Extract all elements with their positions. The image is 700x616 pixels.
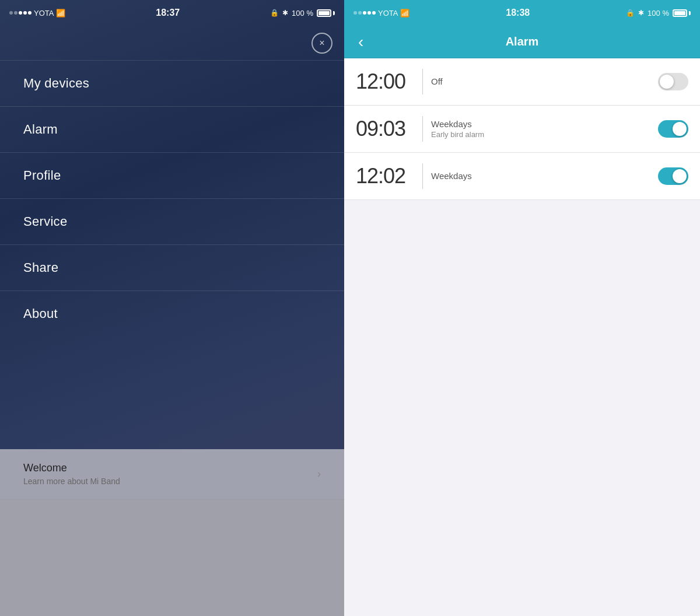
sidebar-item-my-devices[interactable]: My devices [0, 61, 344, 107]
signal-dot-r5 [372, 11, 376, 15]
status-right-left: 🔒 ✱ 100 % [270, 9, 335, 18]
signal-dots-left [9, 11, 32, 15]
left-bottom-section: Welcome Learn more about Mi Band › [0, 449, 344, 616]
back-button[interactable]: ‹ [354, 32, 368, 52]
carrier-name-right: YOTA [378, 9, 398, 18]
alarm-time-2: 09:03 [356, 117, 414, 141]
lock-icon-right: 🔒 [626, 9, 635, 17]
sidebar-item-about[interactable]: About [0, 291, 344, 337]
alarm-separator-3 [422, 163, 423, 189]
sidebar-item-alarm[interactable]: Alarm [0, 107, 344, 153]
wifi-icon-right: 📶 [400, 9, 410, 18]
carrier-signal-left: YOTA 📶 [9, 9, 65, 18]
welcome-item[interactable]: Welcome Learn more about Mi Band › [0, 449, 344, 499]
battery-tip-left [333, 11, 335, 15]
signal-dot-2 [14, 11, 18, 15]
battery-text-right: 100 % [648, 9, 669, 18]
signal-dot-r4 [368, 11, 371, 15]
battery-left [317, 9, 335, 17]
welcome-subtitle: Learn more about Mi Band [23, 477, 120, 486]
battery-tip-right [689, 11, 691, 15]
battery-right [673, 9, 691, 17]
signal-dot-3 [19, 11, 22, 15]
signal-dot-r1 [354, 11, 357, 15]
alarm-item-1[interactable]: 12:00 Off [344, 58, 700, 106]
alarm-time-3: 12:02 [356, 164, 414, 188]
right-panel: YOTA 📶 18:38 🔒 ✱ 100 % ‹ Alarm 12:00 [344, 0, 700, 616]
alarm-separator-2 [422, 116, 423, 142]
sidebar-item-profile[interactable]: Profile [0, 153, 344, 199]
carrier-name-left: YOTA [34, 9, 54, 18]
signal-dot-1 [9, 11, 13, 15]
toggle-knob-2 [673, 122, 687, 136]
alarm-separator-1 [422, 69, 423, 94]
left-panel: YOTA 📶 18:37 🔒 ✱ 100 % × My devices Alar [0, 0, 344, 616]
close-icon: × [319, 38, 324, 48]
bluetooth-icon-right: ✱ [638, 9, 644, 17]
alarm-toggle-1[interactable] [658, 73, 688, 90]
alarm-toggle-3[interactable] [658, 167, 688, 185]
alarm-days-3: Weekdays [431, 171, 658, 181]
battery-text-left: 100 % [292, 9, 313, 18]
alarm-nav-bar: ‹ Alarm [344, 26, 700, 58]
signal-dot-5 [28, 11, 32, 15]
welcome-title: Welcome [23, 462, 120, 474]
time-left: 18:37 [156, 8, 180, 18]
alarm-toggle-2[interactable] [658, 120, 688, 138]
alarm-days-1: Off [431, 76, 658, 86]
alarm-label-2: Early bird alarm [431, 130, 658, 139]
signal-dot-r2 [358, 11, 362, 15]
battery-body-left [317, 9, 331, 17]
toggle-knob-3 [673, 169, 687, 183]
battery-fill-right [674, 11, 685, 15]
alarm-item-3[interactable]: 12:02 Weekdays [344, 153, 700, 200]
alarm-info-1: Off [431, 76, 658, 88]
signal-dot-r3 [363, 11, 366, 15]
bluetooth-icon-left: ✱ [282, 9, 288, 17]
welcome-chevron-icon: › [317, 468, 321, 480]
alarm-days-2: Weekdays [431, 119, 658, 129]
time-right: 18:38 [506, 8, 530, 18]
battery-body-right [673, 9, 687, 17]
signal-dots-right [354, 11, 376, 15]
left-app-header: × [0, 26, 344, 61]
signal-dot-4 [23, 11, 27, 15]
carrier-signal-right: YOTA 📶 [354, 9, 410, 18]
alarm-info-2: Weekdays Early bird alarm [431, 119, 658, 139]
sidebar-item-share[interactable]: Share [0, 245, 344, 291]
sidebar-item-service[interactable]: Service [0, 199, 344, 245]
left-footer [0, 499, 344, 616]
welcome-text-block: Welcome Learn more about Mi Band [23, 462, 120, 486]
alarm-time-1: 12:00 [356, 69, 414, 94]
lock-icon-left: 🔒 [270, 9, 279, 17]
alarm-list: 12:00 Off 09:03 Weekdays Early bird alar… [344, 58, 700, 616]
alarm-item-2[interactable]: 09:03 Weekdays Early bird alarm [344, 106, 700, 153]
wifi-icon-left: 📶 [56, 9, 65, 18]
status-right-right: 🔒 ✱ 100 % [626, 9, 691, 18]
nav-menu: My devices Alarm Profile Service Share A… [0, 61, 344, 449]
status-bar-right: YOTA 📶 18:38 🔒 ✱ 100 % [344, 0, 700, 26]
alarm-title: Alarm [506, 35, 539, 48]
alarm-info-3: Weekdays [431, 171, 658, 182]
close-button[interactable]: × [312, 33, 332, 54]
battery-fill-left [318, 11, 330, 15]
toggle-knob-1 [660, 75, 674, 89]
status-bar-left: YOTA 📶 18:37 🔒 ✱ 100 % [0, 0, 344, 26]
